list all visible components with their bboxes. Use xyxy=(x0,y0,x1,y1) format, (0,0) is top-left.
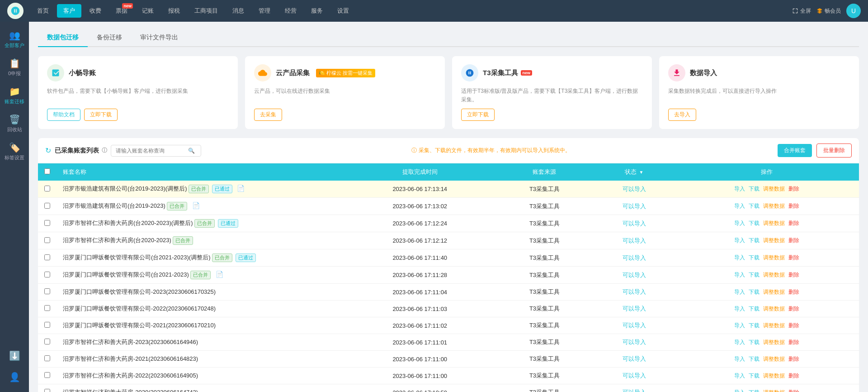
action-删除[interactable]: 删除 xyxy=(788,254,799,261)
action-导入[interactable]: 导入 xyxy=(734,289,745,295)
tab-audit-export[interactable]: 审计文件导出 xyxy=(131,29,187,47)
nav-customer[interactable]: 客户 xyxy=(57,4,81,18)
nav-bookkeep[interactable]: 记账 xyxy=(136,4,160,18)
action-下载[interactable]: 下载 xyxy=(749,322,760,329)
member-button[interactable]: 畅会员 xyxy=(816,7,841,15)
action-导入[interactable]: 导入 xyxy=(734,254,745,261)
download-now-button[interactable]: 立即下载 xyxy=(84,109,118,121)
nav-operation[interactable]: 经营 xyxy=(278,4,303,18)
action-调整数据[interactable]: 调整数据 xyxy=(763,389,785,392)
action-调整数据[interactable]: 调整数据 xyxy=(763,322,785,329)
action-导入[interactable]: 导入 xyxy=(734,389,745,392)
help-doc-button[interactable]: 帮助文档 xyxy=(47,109,80,121)
row-checkbox[interactable] xyxy=(44,355,50,361)
row-checkbox[interactable] xyxy=(44,322,50,328)
batch-delete-button[interactable]: 批量删除 xyxy=(816,143,852,158)
row-checkbox[interactable] xyxy=(44,203,50,209)
action-下载[interactable]: 下载 xyxy=(749,339,760,345)
action-调整数据[interactable]: 调整数据 xyxy=(763,272,785,278)
action-删除[interactable]: 删除 xyxy=(788,289,799,295)
row-checkbox[interactable] xyxy=(44,372,50,378)
t3-download-button[interactable]: 立即下载 xyxy=(461,109,495,121)
nav-tax[interactable]: 报税 xyxy=(162,4,186,18)
action-下载[interactable]: 下载 xyxy=(749,186,760,192)
nav-business[interactable]: 工商项目 xyxy=(188,4,224,18)
action-删除[interactable]: 删除 xyxy=(788,373,799,379)
row-checkbox[interactable] xyxy=(44,339,50,344)
action-调整数据[interactable]: 调整数据 xyxy=(763,186,785,192)
row-checkbox[interactable] xyxy=(44,305,50,311)
nav-settings[interactable]: 设置 xyxy=(331,4,355,18)
action-删除[interactable]: 删除 xyxy=(788,272,799,278)
action-调整数据[interactable]: 调整数据 xyxy=(763,306,785,312)
search-icon[interactable]: 🔍 xyxy=(188,148,195,154)
action-删除[interactable]: 删除 xyxy=(788,237,799,244)
sidebar-item-account-migrate[interactable]: 📁 账套迁移 xyxy=(0,81,29,110)
nav-manage[interactable]: 管理 xyxy=(252,4,277,18)
row-checkbox[interactable] xyxy=(44,220,50,226)
action-下载[interactable]: 下载 xyxy=(749,389,760,392)
action-删除[interactable]: 删除 xyxy=(788,389,799,392)
action-删除[interactable]: 删除 xyxy=(788,203,799,209)
action-调整数据[interactable]: 调整数据 xyxy=(763,339,785,345)
action-删除[interactable]: 删除 xyxy=(788,306,799,312)
action-下载[interactable]: 下载 xyxy=(749,356,760,362)
search-input[interactable] xyxy=(116,148,188,154)
nav-invoice[interactable]: 票据 new xyxy=(109,4,134,18)
row-checkbox[interactable] xyxy=(44,237,50,243)
go-collect-button[interactable]: 去采集 xyxy=(254,109,282,121)
action-下载[interactable]: 下载 xyxy=(749,272,760,278)
action-调整数据[interactable]: 调整数据 xyxy=(763,220,785,226)
fullscreen-button[interactable]: 全屏 xyxy=(792,7,811,15)
action-导入[interactable]: 导入 xyxy=(734,237,745,244)
action-下载[interactable]: 下载 xyxy=(749,373,760,379)
nav-message[interactable]: 消息 xyxy=(226,4,250,18)
action-调整数据[interactable]: 调整数据 xyxy=(763,254,785,261)
tab-backup-migrate[interactable]: 备份迁移 xyxy=(88,29,131,47)
action-调整数据[interactable]: 调整数据 xyxy=(763,237,785,244)
row-checkbox[interactable] xyxy=(44,389,50,392)
action-导入[interactable]: 导入 xyxy=(734,272,745,278)
sidebar-item-profile[interactable]: 👤 xyxy=(0,367,29,388)
action-下载[interactable]: 下载 xyxy=(749,289,760,295)
action-删除[interactable]: 删除 xyxy=(788,220,799,226)
action-下载[interactable]: 下载 xyxy=(749,306,760,312)
action-删除[interactable]: 删除 xyxy=(788,339,799,345)
nav-fee[interactable]: 收费 xyxy=(83,4,108,18)
status-filter-icon[interactable]: ▼ xyxy=(639,170,643,175)
action-下载[interactable]: 下载 xyxy=(749,220,760,226)
nav-home[interactable]: 首页 xyxy=(31,4,55,18)
merge-account-button[interactable]: 合并账套 xyxy=(778,144,812,157)
action-调整数据[interactable]: 调整数据 xyxy=(763,373,785,379)
nav-service[interactable]: 服务 xyxy=(305,4,329,18)
action-导入[interactable]: 导入 xyxy=(734,186,745,192)
row-checkbox[interactable] xyxy=(44,288,50,294)
action-导入[interactable]: 导入 xyxy=(734,356,745,362)
action-下载[interactable]: 下载 xyxy=(749,203,760,209)
action-删除[interactable]: 删除 xyxy=(788,186,799,192)
action-导入[interactable]: 导入 xyxy=(734,322,745,329)
tab-data-package[interactable]: 数据包迁移 xyxy=(38,29,88,47)
user-avatar[interactable]: U xyxy=(846,4,861,18)
action-导入[interactable]: 导入 xyxy=(734,203,745,209)
refresh-icon[interactable]: ↻ xyxy=(45,146,51,155)
action-下载[interactable]: 下载 xyxy=(749,237,760,244)
action-导入[interactable]: 导入 xyxy=(734,306,745,312)
action-调整数据[interactable]: 调整数据 xyxy=(763,203,785,209)
select-all-checkbox[interactable] xyxy=(44,168,50,174)
sidebar-item-zero-declare[interactable]: 📋 0申报 xyxy=(0,53,29,81)
sidebar-item-all-clients[interactable]: 👥 全部客户 xyxy=(0,25,29,53)
row-checkbox[interactable] xyxy=(44,254,50,260)
action-导入[interactable]: 导入 xyxy=(734,373,745,379)
sidebar-item-recycle[interactable]: 🗑️ 回收站 xyxy=(0,110,29,138)
sidebar-item-download[interactable]: ⬇️ xyxy=(0,346,29,367)
action-调整数据[interactable]: 调整数据 xyxy=(763,356,785,362)
go-import-button[interactable]: 去导入 xyxy=(668,109,696,121)
help-icon[interactable]: ⓘ xyxy=(102,147,107,154)
sidebar-item-label-settings[interactable]: 🏷️ 标签设置 xyxy=(0,138,29,166)
action-下载[interactable]: 下载 xyxy=(749,254,760,261)
action-导入[interactable]: 导入 xyxy=(734,220,745,226)
action-删除[interactable]: 删除 xyxy=(788,322,799,329)
action-调整数据[interactable]: 调整数据 xyxy=(763,289,785,295)
row-checkbox[interactable] xyxy=(44,186,50,191)
